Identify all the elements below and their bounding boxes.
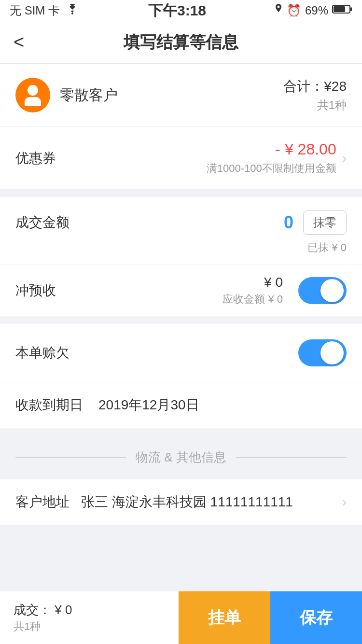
bottom-deal-label: 成交： ¥ 0	[14, 602, 165, 618]
coupon-label: 优惠券	[15, 149, 56, 168]
battery-icon	[332, 4, 352, 17]
svg-point-0	[71, 13, 73, 14]
avatar-icon	[25, 85, 41, 106]
wifi-icon	[65, 4, 80, 17]
customer-name: 零散客户	[60, 85, 118, 105]
transaction-row: 成交金额 0 抹零	[0, 197, 362, 240]
prepaid-right: ¥ 0 应收金额 ¥ 0	[223, 275, 347, 307]
svg-rect-2	[334, 6, 345, 12]
round-button[interactable]: 抹零	[303, 210, 347, 235]
due-date-label: 收款到期日	[15, 396, 83, 414]
bottom-amount: ¥ 0	[55, 602, 72, 617]
prepaid-values: ¥ 0 应收金额 ¥ 0	[223, 275, 283, 307]
address-chevron-icon: ›	[342, 494, 347, 510]
hang-button[interactable]: 挂单	[179, 591, 270, 644]
coupon-value-col: - ¥ 28.00 满1000-100不限制使用金额	[207, 140, 336, 176]
debt-card: 本单赊欠 收款到期日 2019年12月30日	[0, 324, 362, 428]
logistics-header: 物流 & 其他信息	[0, 435, 362, 479]
prepaid-row: 冲预收 ¥ 0 应收金额 ¥ 0	[0, 265, 362, 316]
location-icon	[274, 4, 283, 17]
coupon-right: - ¥ 28.00 满1000-100不限制使用金额 ›	[207, 140, 347, 176]
bottom-info: 成交： ¥ 0 共1种	[0, 602, 179, 634]
svg-rect-3	[350, 7, 352, 11]
toggle-knob	[320, 279, 344, 302]
logistics-line-left	[15, 457, 126, 458]
status-right: ⏰ 69%	[274, 4, 352, 17]
debt-label: 本单赊欠	[15, 344, 70, 362]
customer-avatar	[15, 78, 50, 112]
coupon-row[interactable]: 优惠券 - ¥ 28.00 满1000-100不限制使用金额 ›	[0, 126, 362, 189]
coupon-discount: - ¥ 28.00	[207, 140, 336, 158]
already-rounded: 已抹 ¥ 0	[0, 240, 362, 265]
customer-summary: 合计：¥28 共1种	[283, 77, 347, 113]
total-amount: 合计：¥28	[283, 77, 347, 96]
customer-row: 零散客户 合计：¥28 共1种	[0, 64, 362, 126]
alarm-icon: ⏰	[287, 4, 301, 17]
coupon-subtext: 满1000-100不限制使用金额	[207, 161, 336, 176]
status-time: 下午3:18	[148, 1, 206, 21]
status-bar: 无 SIM 卡 下午3:18 ⏰ 69%	[0, 0, 362, 21]
debt-toggle-knob	[320, 341, 344, 364]
customer-card: 零散客户 合计：¥28 共1种 优惠券 - ¥ 28.00 满1000-100不…	[0, 64, 362, 189]
logistics-title: 物流 & 其他信息	[136, 449, 226, 466]
prepaid-sub-value: 应收金额 ¥ 0	[223, 292, 283, 307]
transaction-card: 成交金额 0 抹零 已抹 ¥ 0 冲预收 ¥ 0 应收金额 ¥ 0	[0, 197, 362, 316]
page-title: 填写结算等信息	[124, 31, 238, 54]
bottom-count: 共1种	[14, 619, 165, 634]
address-value: 张三 海淀永丰科技园 11111111111	[81, 493, 342, 511]
transaction-label: 成交金额	[15, 213, 70, 232]
prepaid-label: 冲预收	[15, 281, 56, 300]
sim-status: 无 SIM 卡	[10, 3, 60, 18]
chevron-icon: ›	[342, 151, 347, 166]
transaction-value: 0	[284, 212, 293, 233]
address-label: 客户地址	[15, 493, 70, 511]
due-date-value: 2019年12月30日	[98, 396, 199, 414]
transaction-right: 0 抹零	[284, 210, 347, 235]
customer-left: 零散客户	[15, 78, 118, 112]
item-count: 共1种	[283, 98, 347, 113]
address-row[interactable]: 客户地址 张三 海淀永丰科技园 11111111111 ›	[0, 479, 362, 525]
nav-bar: < 填写结算等信息	[0, 21, 362, 64]
debt-row: 本单赊欠	[0, 324, 362, 382]
prepaid-main-value: ¥ 0	[223, 275, 283, 290]
bottom-bar: 成交： ¥ 0 共1种 挂单 保存	[0, 591, 362, 644]
address-card: 客户地址 张三 海淀永丰科技园 11111111111 ›	[0, 479, 362, 525]
prepaid-toggle[interactable]	[298, 277, 347, 304]
battery-text: 69%	[305, 4, 328, 17]
logistics-line-right	[236, 457, 347, 458]
back-button[interactable]: <	[14, 32, 24, 53]
save-button[interactable]: 保存	[270, 591, 362, 644]
status-left: 无 SIM 卡	[10, 3, 80, 18]
debt-toggle[interactable]	[298, 339, 347, 366]
content: 零散客户 合计：¥28 共1种 优惠券 - ¥ 28.00 满1000-100不…	[0, 64, 362, 590]
due-date-row: 收款到期日 2019年12月30日	[0, 382, 362, 428]
